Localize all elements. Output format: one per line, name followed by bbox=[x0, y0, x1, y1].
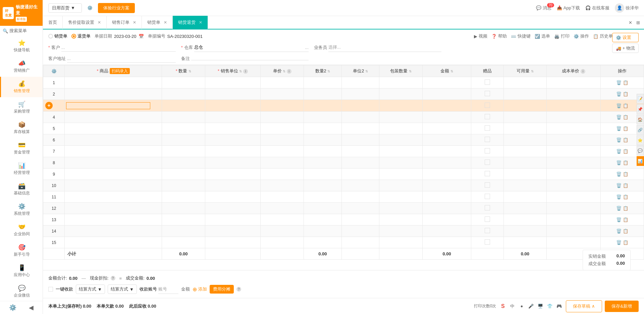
copy-row-3[interactable]: 📋 bbox=[623, 103, 628, 108]
discount-info-icon[interactable]: ? bbox=[111, 276, 115, 280]
cell-gift-2[interactable] bbox=[471, 88, 503, 100]
cell-unit2-9[interactable] bbox=[341, 169, 379, 180]
delete-row-1[interactable]: 🗑️ bbox=[616, 80, 622, 85]
tab-sales-order[interactable]: 销售订单 ✕ bbox=[107, 16, 142, 29]
cell-unit2-10[interactable] bbox=[341, 180, 379, 191]
cell-avail-5[interactable] bbox=[503, 123, 547, 134]
info-cost-icon[interactable]: i bbox=[581, 69, 585, 74]
delete-row-4[interactable]: 🗑️ bbox=[616, 115, 622, 120]
cell-unit2-1[interactable] bbox=[341, 77, 379, 88]
online-service-btn[interactable]: 🎧 在线客服 bbox=[585, 5, 609, 11]
delete-row-11[interactable]: 🗑️ bbox=[616, 194, 622, 199]
copy-row-15[interactable]: 📋 bbox=[623, 240, 628, 245]
gift-checkbox-14[interactable] bbox=[485, 228, 490, 233]
sort-pkg-icon[interactable]: ⇅ bbox=[409, 69, 412, 73]
product-input-active[interactable] bbox=[66, 102, 150, 109]
cell-avail-2[interactable] bbox=[503, 88, 547, 100]
copy-row-7[interactable]: 📋 bbox=[623, 149, 628, 154]
sidebar-item-enterprise-wechat[interactable]: 💬 企业微信 bbox=[0, 281, 43, 301]
scan-input-btn[interactable]: 扫码录入 bbox=[110, 68, 130, 74]
radio-return[interactable]: 退货单 bbox=[71, 33, 91, 39]
cell-product-6[interactable] bbox=[65, 134, 162, 146]
cell-qty-5[interactable] bbox=[162, 123, 205, 134]
copy-row-12[interactable]: 📋 bbox=[623, 206, 628, 211]
gift-checkbox-10[interactable] bbox=[485, 182, 490, 188]
sort-price-icon[interactable]: ⇅ bbox=[283, 69, 285, 73]
video-btn[interactable]: ▶ 视频 bbox=[474, 33, 487, 39]
cell-amount-15[interactable] bbox=[423, 237, 471, 248]
cell-cost-13[interactable] bbox=[547, 214, 601, 226]
cell-qty-4[interactable] bbox=[162, 112, 205, 123]
trial-btn[interactable]: 体验行业方案 bbox=[98, 3, 135, 13]
cell-qty-11[interactable] bbox=[162, 191, 205, 203]
gift-checkbox-6[interactable] bbox=[485, 137, 490, 142]
cell-unit-11[interactable] bbox=[205, 191, 261, 203]
cell-amount-11[interactable] bbox=[423, 191, 471, 203]
cell-unit-1[interactable] bbox=[205, 77, 261, 88]
tab-close-sales[interactable]: ✕ bbox=[164, 20, 167, 25]
cell-gift-12[interactable] bbox=[471, 203, 503, 214]
cell-price-14[interactable] bbox=[261, 226, 304, 237]
cell-gift-7[interactable] bbox=[471, 146, 503, 157]
cell-qty2-10[interactable] bbox=[304, 180, 342, 191]
collapse-sidebar-icon[interactable]: ◀ bbox=[29, 304, 34, 311]
maximize-icon[interactable]: ⊞ bbox=[635, 19, 641, 26]
sort-amount-icon[interactable]: ⇅ bbox=[450, 69, 453, 73]
salesperson-input[interactable]: 选择... bbox=[328, 43, 441, 52]
cell-price-10[interactable] bbox=[261, 180, 304, 191]
sort-unit-icon[interactable]: ⇅ bbox=[239, 69, 242, 73]
copy-row-6[interactable]: 📋 bbox=[623, 137, 628, 142]
sort-unit2-icon[interactable]: ⇅ bbox=[365, 69, 368, 73]
cell-price-13[interactable] bbox=[261, 214, 304, 226]
gift-checkbox-9[interactable] bbox=[485, 171, 490, 176]
cell-qty2-1[interactable] bbox=[304, 77, 342, 88]
copy-row-11[interactable]: 📋 bbox=[623, 194, 628, 199]
tab-price-setup[interactable]: 售价提取设置 ✕ bbox=[63, 16, 107, 29]
cell-pkg-1[interactable] bbox=[379, 77, 423, 88]
cell-unit2-2[interactable] bbox=[341, 88, 379, 100]
delete-row-15[interactable]: 🗑️ bbox=[616, 240, 622, 245]
cell-qty2-9[interactable] bbox=[304, 169, 342, 180]
cell-cost-7[interactable] bbox=[547, 146, 601, 157]
gift-checkbox-13[interactable] bbox=[485, 216, 490, 222]
sidebar-item-newbie[interactable]: 🎯 新手引导 bbox=[0, 240, 43, 261]
delete-row-10[interactable]: 🗑️ bbox=[616, 183, 622, 188]
cell-avail-3[interactable] bbox=[503, 100, 547, 112]
gift-checkbox-12[interactable] bbox=[485, 205, 490, 210]
right-panel-item5[interactable]: ⭐ bbox=[637, 135, 644, 145]
cell-pkg-15[interactable] bbox=[379, 237, 423, 248]
delete-row-14[interactable]: 🗑️ bbox=[616, 229, 622, 234]
cell-unit-6[interactable] bbox=[205, 134, 261, 146]
cell-unit-14[interactable] bbox=[205, 226, 261, 237]
calendar-icon[interactable]: 📅 bbox=[139, 34, 144, 39]
cell-amount-10[interactable] bbox=[423, 180, 471, 191]
cell-price-9[interactable] bbox=[261, 169, 304, 180]
cell-unit2-5[interactable] bbox=[341, 123, 379, 134]
cell-avail-6[interactable] bbox=[503, 134, 547, 146]
sidebar-item-system[interactable]: ⚙️ 系统管理 bbox=[0, 199, 43, 220]
cell-product-12[interactable] bbox=[65, 203, 162, 214]
cell-unit-13[interactable] bbox=[205, 214, 261, 226]
cell-unit2-13[interactable] bbox=[341, 214, 379, 226]
tab-sales-return[interactable]: 销货退货 ✕ bbox=[173, 16, 208, 29]
tab-close-price-setup[interactable]: ✕ bbox=[98, 20, 101, 25]
copy-row-13[interactable]: 📋 bbox=[623, 217, 628, 222]
cell-price-2[interactable] bbox=[261, 88, 304, 100]
cell-product-14[interactable] bbox=[65, 226, 162, 237]
cell-price-11[interactable] bbox=[261, 191, 304, 203]
cell-unit-4[interactable] bbox=[205, 112, 261, 123]
settings-btn[interactable]: ⚙️ 设置 bbox=[612, 33, 639, 42]
sidebar-item-marketing[interactable]: 📣 营销推广 bbox=[0, 56, 43, 77]
cell-price-8[interactable] bbox=[261, 157, 304, 169]
cell-gift-14[interactable] bbox=[471, 226, 503, 237]
cell-product-10[interactable] bbox=[65, 180, 162, 191]
cell-unit-12[interactable] bbox=[205, 203, 261, 214]
cell-qty-13[interactable] bbox=[162, 214, 205, 226]
logistics-btn[interactable]: 🚚 + 物流 bbox=[612, 44, 639, 53]
delete-row-8[interactable]: 🗑️ bbox=[616, 160, 622, 165]
cell-cost-6[interactable] bbox=[547, 134, 601, 146]
sort-qty2-icon[interactable]: ⇅ bbox=[327, 69, 330, 73]
sidebar-item-operations[interactable]: 📊 经营管理 bbox=[0, 159, 43, 179]
shortcut-btn[interactable]: ⌨️ 快捷键 bbox=[511, 33, 531, 39]
cell-avail-4[interactable] bbox=[503, 112, 547, 123]
